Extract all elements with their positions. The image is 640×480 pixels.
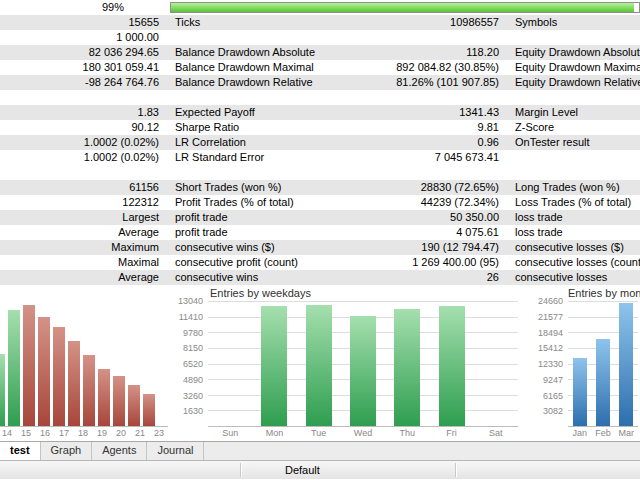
- report-cell-c3: 1341.43: [368, 105, 505, 120]
- report-row: 90.12Sharpe Ratio9.81Z-Score: [0, 120, 640, 135]
- tab-agents[interactable]: Agents: [92, 442, 147, 460]
- hours-bar: [128, 385, 140, 426]
- weekdays-y-label: 9780: [183, 328, 203, 338]
- months-y-label: 3082: [543, 406, 563, 416]
- tester-results-window: 99% 15655Ticks10986557Symbols1 000.0082 …: [0, 0, 640, 480]
- progress-row: 99%: [0, 0, 640, 15]
- report-cell-c2: [165, 30, 368, 45]
- report-row: [0, 165, 640, 180]
- report-row: Maximalconsecutive profit (count)1 269 4…: [0, 255, 640, 270]
- entries-by-weekdays-chart: Entries by weekdays 13040114109780815065…: [170, 285, 522, 441]
- hours-x-label: 20: [116, 428, 126, 440]
- months-y-label: 24660: [538, 296, 563, 306]
- tab-graph[interactable]: Graph: [41, 442, 93, 460]
- months-y-label: 9247: [543, 375, 563, 385]
- report-cell-c3: [368, 90, 505, 105]
- report-row: 1.83Expected Payoff1341.43Margin Level: [0, 105, 640, 120]
- report-cell-c2: profit trade: [165, 225, 368, 240]
- report-cell-c4: [505, 30, 640, 45]
- progress-bar-fill: [171, 3, 634, 12]
- hours-x-label: 16: [40, 428, 50, 440]
- tab-test[interactable]: test: [0, 442, 41, 460]
- hours-plot: [0, 301, 168, 427]
- report-row: 15655Ticks10986557Symbols: [0, 15, 640, 30]
- report-cell-c1: 1.83: [0, 105, 165, 120]
- report-cell-c2: consecutive wins ($): [165, 240, 368, 255]
- report-cell-c3: 4 075.61: [368, 225, 505, 240]
- report-cell-c3: 26: [368, 270, 505, 285]
- report-row: Averageprofit trade4 075.61loss trade: [0, 225, 640, 240]
- report-cell-c3: 9.81: [368, 120, 505, 135]
- hours-x-label: 14: [2, 428, 12, 440]
- hours-x-axis: 141516171819202123: [2, 428, 164, 440]
- weekdays-y-label: 13040: [178, 296, 203, 306]
- report-cell-c1: 90.12: [0, 120, 165, 135]
- report-cell-c2: Short Trades (won %): [165, 180, 368, 195]
- hours-x-label: 19: [97, 428, 107, 440]
- weekdays-y-label: 3260: [183, 391, 203, 401]
- report-cell-c3: 81.26% (101 907.85): [368, 75, 505, 90]
- report-cell-c3: 44239 (72.34%): [368, 195, 505, 210]
- months-y-label: 15412: [538, 343, 563, 353]
- weekdays-y-label: 1630: [183, 406, 203, 416]
- report-row: 122312Profit Trades (% of total)44239 (7…: [0, 195, 640, 210]
- weekdays-y-label: 6520: [183, 359, 203, 369]
- months-bar: [596, 339, 610, 426]
- report-cell-c2: LR Correlation: [165, 135, 368, 150]
- report-cell-c2: Expected Payoff: [165, 105, 368, 120]
- report-cell-c2: Balance Drawdown Maximal: [165, 60, 368, 75]
- weekdays-bar: [306, 305, 332, 426]
- report-cell-c2: [165, 90, 368, 105]
- hours-bar: [8, 310, 20, 426]
- months-x-label: Feb: [595, 428, 611, 438]
- months-y-label: 6165: [543, 391, 563, 401]
- weekdays-x-label: Fri: [446, 428, 457, 438]
- report-cell-c1: Maximum: [0, 240, 165, 255]
- report-cell-c1: 1.0002 (0.02%): [0, 150, 165, 165]
- report-cell-c1: 180 301 059.41: [0, 60, 165, 75]
- report-cell-c1: 1 000.00: [0, 30, 165, 45]
- report-cell-c4: [505, 165, 640, 180]
- report-row: 82 036 294.65Balance Drawdown Absolute11…: [0, 45, 640, 60]
- months-y-label: 21577: [538, 312, 563, 322]
- report-cell-c4: Equity Drawdown Absolute: [505, 45, 640, 60]
- hours-bar: [113, 376, 125, 426]
- hours-x-label: 15: [21, 428, 31, 440]
- statusbar-separator: [240, 463, 242, 477]
- hours-bar: [23, 305, 35, 426]
- hours-x-label: 21: [135, 428, 145, 440]
- report-cell-c2: profit trade: [165, 210, 368, 225]
- report-row: 1.0002 (0.02%)LR Standard Error7 045 673…: [0, 150, 640, 165]
- report-cell-c3: 0.96: [368, 135, 505, 150]
- report-cell-c3: [368, 165, 505, 180]
- tab-journal[interactable]: Journal: [147, 442, 204, 460]
- months-x-label: Jan: [572, 428, 587, 438]
- report-row: 61156Short Trades (won %)28830 (72.65%)L…: [0, 180, 640, 195]
- report-cell-c4: consecutive losses ($): [505, 240, 640, 255]
- report-cell-c4: Symbols: [505, 15, 640, 30]
- report-cell-c2: [165, 165, 368, 180]
- report-cell-c2: Balance Drawdown Relative: [165, 75, 368, 90]
- weekdays-x-label: Thu: [400, 428, 416, 438]
- tab-bar: testGraphAgentsJournal: [0, 441, 640, 460]
- hours-bar: [53, 327, 65, 426]
- weekdays-x-label: Sun: [222, 428, 238, 438]
- weekdays-y-label: 11410: [179, 312, 203, 322]
- report-row: 1 000.00: [0, 30, 640, 45]
- weekdays-gridline: [208, 301, 518, 302]
- report-row: Averageconsecutive wins26consecutive los…: [0, 270, 640, 285]
- months-bar: [573, 358, 587, 426]
- report-cell-c2: consecutive profit (count): [165, 255, 368, 270]
- report-cell-c3: [368, 30, 505, 45]
- hours-x-label: 23: [154, 428, 164, 440]
- report-cell-c2: Profit Trades (% of total): [165, 195, 368, 210]
- report-cell-c1: 122312: [0, 195, 165, 210]
- entries-by-hours-chart: 141516171819202123: [0, 285, 170, 441]
- report-cell-c2: Ticks: [165, 15, 368, 30]
- report-cell-c3: 190 (12 794.47): [368, 240, 505, 255]
- months-y-label: 12330: [538, 359, 563, 369]
- hours-bar: [68, 341, 80, 426]
- statusbar-profile[interactable]: Default: [285, 461, 320, 479]
- report-cell-c3: 28830 (72.65%): [368, 180, 505, 195]
- months-x-label: Mar: [619, 428, 635, 438]
